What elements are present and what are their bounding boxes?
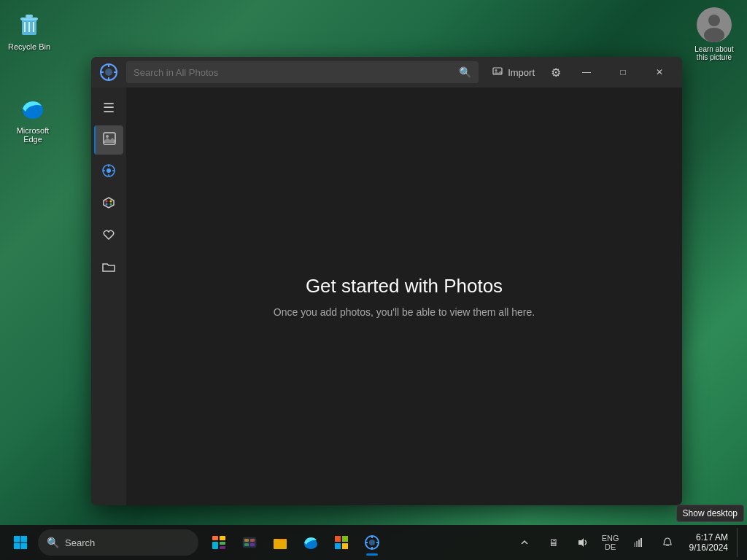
pin-icon (101, 163, 116, 182)
taskbar-search-label: Search (65, 537, 95, 548)
svg-rect-51 (342, 543, 348, 549)
svg-marker-18 (493, 71, 502, 74)
svg-rect-38 (212, 542, 218, 549)
edge-desktop-icon[interactable]: Microsoft Edge (4, 91, 62, 147)
taskbar-photos-pinned[interactable] (357, 528, 387, 557)
sidebar-pin-button[interactable] (94, 158, 123, 187)
empty-state-description: Once you add photos, you'll be able to v… (274, 306, 535, 318)
search-bar[interactable]: 🔍 (126, 61, 479, 83)
svg-rect-32 (14, 536, 20, 542)
svg-point-17 (495, 69, 498, 71)
svg-point-53 (369, 540, 375, 545)
sidebar-google-photos-button[interactable] (94, 190, 123, 219)
search-icon[interactable]: 🔍 (459, 66, 471, 78)
clock-date: 9/16/2024 (689, 542, 728, 553)
svg-rect-40 (220, 546, 225, 549)
svg-rect-49 (342, 536, 348, 542)
svg-rect-60 (636, 541, 638, 547)
windows-logo (13, 535, 28, 550)
close-button[interactable]: ✕ (643, 61, 676, 84)
show-desktop-button[interactable] (737, 528, 741, 557)
minimize-button[interactable]: — (570, 61, 603, 84)
learn-about-icon[interactable]: Learn aboutthis picture (681, 4, 747, 64)
sidebar-menu-button[interactable]: ☰ (94, 93, 123, 122)
svg-point-30 (110, 203, 112, 205)
show-desktop-tooltip: Show desktop (676, 505, 744, 522)
taskbar-store[interactable] (327, 528, 356, 557)
app-body: ☰ (91, 88, 682, 505)
svg-rect-35 (21, 543, 28, 550)
import-icon (492, 66, 503, 78)
photos-nav-icon (102, 131, 117, 149)
svg-point-29 (110, 200, 112, 202)
svg-point-31 (106, 203, 108, 205)
volume-icon[interactable] (570, 529, 596, 556)
taskbar-edge[interactable] (296, 528, 325, 557)
photos-window: 🔍 Import ⚙ — □ ✕ (91, 57, 682, 505)
title-bar: 🔍 Import ⚙ — □ ✕ (91, 57, 682, 88)
start-button[interactable] (6, 528, 35, 557)
svg-point-11 (105, 69, 112, 76)
svg-rect-1 (20, 18, 38, 20)
import-button[interactable]: Import (484, 63, 542, 81)
learn-about-image (697, 7, 732, 42)
svg-rect-37 (220, 536, 225, 540)
svg-rect-61 (638, 540, 640, 547)
clock-time: 6:17 AM (696, 532, 728, 542)
sidebar-folders-button[interactable] (94, 254, 123, 283)
sidebar-favorites-button[interactable] (94, 222, 123, 251)
language-indicator[interactable]: ENG DE (599, 534, 622, 551)
volume-svg (577, 537, 589, 548)
sidebar: ☰ (91, 88, 126, 505)
maximize-button[interactable]: □ (606, 61, 640, 84)
settings-button[interactable]: ⚙ (545, 63, 567, 82)
taskbar-photos-small[interactable] (235, 528, 264, 557)
edge-image (18, 94, 47, 123)
svg-rect-33 (21, 536, 28, 542)
taskbar: 🔍 Search (0, 525, 747, 560)
svg-rect-59 (634, 542, 635, 547)
explorer-icon (272, 534, 288, 551)
taskbar-right: 🖥 ENG DE (511, 528, 741, 557)
recycle-bin-icon[interactable]: Recycle Bin (0, 7, 58, 54)
system-tray-chevron[interactable] (511, 529, 538, 556)
svg-rect-46 (274, 539, 287, 549)
search-input[interactable] (133, 67, 459, 78)
desktop: Recycle Bin Learn aboutthis picture Micr… (0, 0, 747, 560)
svg-rect-50 (335, 543, 341, 549)
network-icon[interactable] (625, 529, 651, 556)
edge-label: Microsoft Edge (7, 126, 59, 144)
sidebar-photos-button[interactable] (94, 125, 123, 155)
taskbar-explorer[interactable] (266, 528, 295, 557)
svg-rect-39 (220, 542, 225, 545)
empty-state-title: Get started with Photos (306, 275, 503, 298)
menu-icon: ☰ (103, 100, 115, 116)
store-icon (333, 534, 349, 551)
svg-rect-36 (212, 536, 218, 540)
edge-taskbar-icon (303, 534, 319, 551)
app-logo (97, 61, 120, 84)
display-icon[interactable]: 🖥 (541, 529, 567, 556)
network-svg (632, 537, 644, 548)
taskbar-search-icon: 🔍 (47, 537, 59, 548)
taskbar-search[interactable]: 🔍 Search (38, 529, 198, 556)
taskbar-widgets[interactable] (204, 528, 233, 557)
svg-point-7 (708, 15, 720, 26)
title-bar-actions: Import ⚙ — □ ✕ (484, 61, 676, 84)
folders-icon (101, 260, 116, 278)
svg-rect-44 (244, 543, 249, 546)
chevron-up-icon (520, 538, 529, 547)
svg-point-8 (704, 28, 724, 42)
notifications-svg (662, 537, 673, 548)
clock[interactable]: 6:17 AM 9/16/2024 (684, 532, 734, 553)
learn-about-label: Learn aboutthis picture (694, 45, 733, 61)
svg-marker-58 (578, 538, 584, 547)
favorites-icon (101, 228, 116, 246)
svg-marker-21 (104, 138, 115, 143)
notifications-icon[interactable] (654, 529, 681, 556)
svg-point-20 (106, 135, 109, 138)
taskbar-apps (204, 528, 387, 557)
svg-rect-45 (250, 543, 255, 546)
svg-rect-2 (26, 15, 33, 18)
widgets-icon (211, 534, 227, 551)
